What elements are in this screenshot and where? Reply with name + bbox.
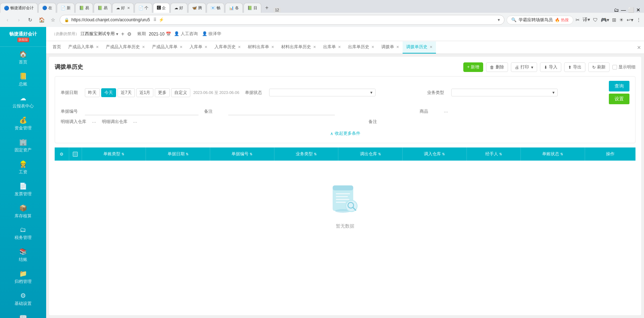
browser-tab-10[interactable]: 🦋 腾 (188, 3, 206, 13)
browser-tab-11[interactable]: 📧 畅 (207, 3, 224, 13)
browser-tab-5[interactable]: 📗 易 (94, 3, 111, 13)
tab-close-in[interactable]: ✕ (204, 45, 207, 49)
display-checkbox[interactable] (612, 65, 617, 69)
th-status[interactable]: 单账状态 ⇅ (521, 147, 585, 161)
th-bill-type[interactable]: 单账类型 ⇅ (82, 147, 146, 161)
setting-button[interactable]: 设置 (609, 94, 629, 104)
company-dropdown-icon[interactable]: ▾ (116, 32, 118, 37)
biz-type-select[interactable]: ▾ (451, 89, 558, 96)
delete-button[interactable]: 🗑 🗑 删除 删除 (486, 62, 508, 72)
sidebar-item-ledger[interactable]: 📒 总账 (0, 69, 46, 91)
tab-close-out[interactable]: ✕ (338, 45, 341, 49)
th-bill-no[interactable]: 单据编号 ⇅ (210, 147, 274, 161)
calendar-icon[interactable]: 📅 (166, 32, 171, 37)
browser-window-controls[interactable]: 🗂 — ⬜ ✕ (614, 7, 644, 13)
refresh-btn[interactable]: ↻ 刷新 (588, 62, 610, 72)
sidebar-item-inventory[interactable]: 📦 库存核算 (0, 201, 46, 223)
th-out-warehouse[interactable]: 调出仓库 ⇅ (338, 147, 403, 161)
company-selector[interactable]: （勿删勿禁用） 江西服宝测试专用 ▾ (52, 31, 118, 37)
sidebar-item-assets[interactable]: 🏢 固定资产 (0, 135, 46, 157)
tab-close-finished-in-hist[interactable]: ✕ (142, 45, 145, 49)
sidebar-item-home[interactable]: 🏠 首页 (0, 47, 46, 69)
shield-icon[interactable]: 🛡 (593, 17, 598, 23)
th-biz-type[interactable]: 业务类型 ⇅ (274, 147, 338, 161)
select-all-checkbox[interactable] (73, 152, 78, 157)
status-select[interactable]: ▾ (269, 89, 376, 96)
period-value[interactable]: 2021-10 📅 (149, 32, 171, 37)
sidebar-item-payroll[interactable]: 👷 工资 (0, 157, 46, 179)
app-tab-finished-in-hist[interactable]: 产成品入库单历史 ✕ (102, 41, 148, 54)
browser-tab-6[interactable]: ☁ 好 ✕ (112, 3, 134, 13)
back-button[interactable]: ‹ (3, 15, 12, 24)
tab-close-in-hist[interactable]: ✕ (238, 45, 241, 49)
sidebar-item-guide[interactable]: 📖 新手引导 (0, 310, 46, 318)
sidebar-item-archive[interactable]: 📁 归档管理 (0, 266, 46, 288)
search-bar[interactable]: 🔍 学霸应聘场驱鸟员 🔥 热搜 (507, 16, 573, 24)
app-tab-mat-out[interactable]: 材料出库单 ✕ (244, 41, 278, 54)
consult-button[interactable]: 👤 人工咨询 (174, 31, 197, 37)
export-button[interactable]: ⬆ 导出 (564, 62, 585, 72)
user-avatar[interactable]: 👤 徐泽华 (202, 31, 221, 37)
billno-input[interactable] (85, 108, 198, 115)
new-tab-button[interactable]: + (262, 3, 272, 13)
browser-tab-13[interactable]: 📗 目 (244, 3, 261, 13)
tab-close-6[interactable]: ✕ (127, 6, 130, 10)
date-btn-yesterday[interactable]: 昨天 (85, 88, 100, 97)
app-tab-out[interactable]: 出库单 ✕ (320, 41, 344, 54)
sidebar-item-settings[interactable]: ⚙ 基础设置 (0, 288, 46, 310)
detail-in-dots[interactable]: ··· (92, 119, 96, 125)
browser-tab-2[interactable]: 🔵 在 (38, 3, 56, 13)
browser-tab-4[interactable]: 📗 易 (75, 3, 93, 13)
app-tab-in-hist[interactable]: 入库单历史 ✕ (211, 41, 244, 54)
menu-icon[interactable]: ⋮ (636, 17, 641, 23)
import-button[interactable]: ⬇ 导入 (540, 62, 561, 72)
refresh-button[interactable]: ↻ (26, 15, 35, 24)
goods-input-dots[interactable]: ··· (444, 109, 448, 115)
tab-bar-close-icon[interactable]: ✕ (637, 45, 641, 50)
sidebar-item-reports[interactable]: ☁ 云报表中心 (0, 91, 46, 113)
app-tab-transfer-hist[interactable]: 调拨单历史 ✕ (403, 41, 436, 54)
scissors-icon[interactable]: ✂ (575, 17, 580, 23)
date-btn-more[interactable]: 更多 (155, 88, 170, 97)
sidebar-item-funds[interactable]: 💰 资金管理 (0, 113, 46, 135)
url-arrow-icon[interactable]: ▾ (498, 17, 500, 22)
sun-icon[interactable]: ☀ (619, 17, 624, 23)
detail-out-dots[interactable]: ··· (133, 119, 137, 125)
game-icon[interactable]: 🎮▾ (601, 17, 609, 23)
app-tab-out-hist[interactable]: 出库单历史 ✕ (344, 41, 378, 54)
tab-close-mat-out-hist[interactable]: ✕ (313, 45, 316, 49)
tab-close-transfer[interactable]: ✕ (396, 45, 399, 49)
grid-icon[interactable]: ⊞ (612, 17, 616, 23)
collapse-button[interactable]: ∧ 收起更多条件 (61, 128, 629, 139)
browser-tab-9[interactable]: ☁ 好 (170, 3, 187, 13)
bookmark-button[interactable]: ☆ (48, 15, 58, 24)
print-button[interactable]: 🖨 打印 ▾ (511, 62, 537, 72)
forward-button[interactable]: › (14, 15, 23, 24)
browser-tab-3[interactable]: 📄 新 (57, 3, 75, 13)
sidebar-item-tax[interactable]: 🗂 税务管理 (0, 223, 46, 244)
tab-close-finished-in2[interactable]: ✕ (180, 45, 182, 49)
date-btn-1month[interactable]: 近1月 (136, 88, 154, 97)
home-button[interactable]: 🏠 (37, 15, 46, 24)
tab-close-mat-out[interactable]: ✕ (271, 45, 274, 49)
query-button[interactable]: 查询 (609, 81, 629, 91)
th-in-warehouse[interactable]: 调入仓库 ⇅ (403, 147, 467, 161)
app-tab-in[interactable]: 入库单 ✕ (186, 41, 211, 54)
undo-icon[interactable]: ↩▾ (627, 17, 633, 23)
browser-tab-8[interactable]: 🅲 企 (153, 3, 170, 13)
th-date[interactable]: 单据日期 ⇅ (146, 147, 210, 161)
tab-close-finished-in[interactable]: ✕ (96, 45, 99, 49)
gear-settings-icon[interactable]: ⚙ (127, 31, 132, 37)
app-tab-mat-out-hist[interactable]: 材料出库单历史 ✕ (278, 41, 320, 54)
address-bar[interactable]: 🔒 https://cloud.chanjet.com/accounting/u… (60, 15, 504, 25)
date-btn-today[interactable]: 今天 (101, 88, 116, 97)
tab-close-transfer-hist[interactable]: ✕ (430, 45, 432, 49)
new-button[interactable]: + 新增 (463, 62, 483, 72)
add-company-button[interactable]: + (121, 31, 124, 37)
browser-tab-7[interactable]: 📄 个 (135, 3, 152, 13)
display-toggle[interactable]: 显示明细 (612, 64, 635, 70)
browser-tab-12[interactable]: 📊 各 (225, 3, 243, 13)
app-tab-finished-in[interactable]: 产成品入库单 ✕ (65, 41, 102, 54)
app-tab-finished-in2[interactable]: 产成品入库单 ✕ (148, 41, 186, 54)
notes-input[interactable] (228, 108, 335, 115)
